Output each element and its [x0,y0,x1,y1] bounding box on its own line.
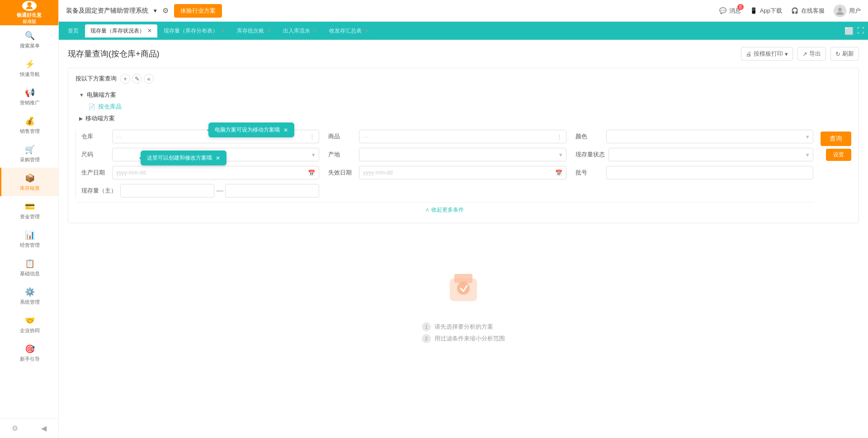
sidebar-item-system[interactable]: ⚙️ 系统管理 [0,282,58,310]
tab-batch-ledger[interactable]: 库存批次账 ✕ [231,24,277,38]
goods-input[interactable]: ··· ⋮ [359,130,566,143]
tab-batch-ledger-close[interactable]: ✕ [267,28,271,34]
collapse-sidebar-btn[interactable]: ◀ [41,424,47,433]
scheme-tooltip-text: 电脑方案可设为移动方案哦 [215,126,280,134]
color-field: 颜色 ▾ [576,130,813,143]
goods-label: 商品 [328,132,355,141]
user-action[interactable]: 用户 [834,5,861,17]
message-icon: 💬 [719,7,726,14]
stock-qty-max[interactable] [225,184,319,198]
filter-section: 按以下方案查询 + ✎ « 电脑方案可设为移动方案哦 ✕ 这里可以创建和修改方案… [68,68,859,223]
filter-header-actions: + ✎ « [120,74,154,84]
mobile-scheme-item[interactable]: ▶ 移动端方案 [75,113,851,124]
reset-btn[interactable]: 设置 [826,149,851,161]
stock-qty-range: — [120,184,319,198]
tab-inventory-dist[interactable]: 现存量（库存分布表） ✕ [158,24,231,38]
page-actions: 🖨 按模板打印 ▾ ↗ 导出 ↻ 刷新 [741,47,859,61]
stock-status-input[interactable]: ▾ [609,148,813,161]
empty-step-2: 2 用过滤条件来缩小分析范围 [422,333,505,344]
tab-bar-actions: ⬜ ⛶ [844,27,864,35]
sidebar-item-operations[interactable]: 📊 经营管理 [0,225,58,253]
tab-bar: 首页 现存量（库存状况表） ✕ 现存量（库存分布表） ✕ 库存批次账 ✕ 出入库… [59,22,868,40]
nav-label-marketing: 营销推广 [20,99,40,106]
phone-icon: 📱 [750,7,757,14]
sidebar-item-sales[interactable]: 💰 销售管理 [0,111,58,139]
edit-scheme-btn[interactable]: ✎ [132,74,142,84]
sidebar-item-marketing[interactable]: 📢 营销推广 [0,82,58,111]
sidebar-item-guide[interactable]: 🎯 新手引导 [0,339,58,367]
size-dropdown-icon: ▾ [312,151,315,158]
color-label: 颜色 [576,132,603,141]
batch-label: 批号 [576,169,603,177]
app-download-action[interactable]: 📱 App下载 [750,7,782,15]
sidebar-item-finance[interactable]: 💳 资金管理 [0,196,58,225]
sidebar-item-quicknav[interactable]: ⚡ 快速导航 [0,54,58,82]
tab-inventory-dist-close[interactable]: ✕ [221,28,225,34]
nav-label-system: 系统管理 [20,299,40,306]
tab-fullscreen-btn[interactable]: ⬜ [844,27,854,35]
add-scheme-btn[interactable]: + [120,74,130,84]
expire-date-placeholder: yyyy-mm-dd [363,170,392,176]
expire-date-input[interactable]: yyyy-mm-dd 📅 [359,166,566,179]
sidebar-item-inventory[interactable]: 📦 库存核算 [0,168,58,196]
stock-qty-min[interactable] [120,184,214,198]
content-inner: 现存量查询(按仓库+商品) 🖨 按模板打印 ▾ ↗ 导出 ↻ 刷新 [59,40,868,438]
color-input[interactable]: ▾ [606,130,813,143]
empty-illustration [441,265,486,310]
refresh-btn[interactable]: ↻ 刷新 [830,47,859,61]
desktop-scheme-child[interactable]: 📄 按仓库品 [85,101,851,113]
prod-date-field: 生产日期 yyyy-mm-dd 📅 [81,166,319,179]
stock-status-dropdown-icon: ▾ [806,151,809,158]
back-scheme-btn[interactable]: « [144,74,154,84]
messages-action[interactable]: 💬 6 消息 [719,7,741,15]
header-settings-btn[interactable]: ⚙ [162,6,169,15]
batch-input[interactable] [606,166,813,179]
query-btn[interactable]: 查询 [821,132,851,146]
system-dropdown[interactable]: ▾ [154,7,157,14]
scheme-tooltip-close[interactable]: ✕ [283,127,288,133]
print-btn[interactable]: 🖨 按模板打印 ▾ [741,47,793,61]
tab-inout-flow[interactable]: 出入库流水 ✕ [278,24,323,38]
tab-recv-summary-close[interactable]: ✕ [364,28,369,34]
nav-label-search: 搜索菜单 [20,42,40,49]
goods-dots: ··· [363,133,368,140]
origin-input[interactable]: ▾ [359,148,566,161]
export-icon: ↗ [802,51,807,57]
export-btn[interactable]: ↗ 导出 [797,47,826,61]
tab-expand-btn[interactable]: ⛶ [857,27,864,35]
desktop-child-label: 按仓库品 [98,103,122,111]
content-area: 现存量查询(按仓库+商品) 🖨 按模板打印 ▾ ↗ 导出 ↻ 刷新 [59,40,868,438]
sidebar-item-purchase[interactable]: 🛒 采购管理 [0,139,58,168]
prod-date-calendar-icon: 📅 [308,170,315,176]
expire-date-field: 失效日期 yyyy-mm-dd 📅 [328,166,566,179]
color-dropdown-icon: ▾ [806,133,809,140]
experience-btn[interactable]: 体验行业方案 [174,4,222,18]
sales-icon: 💰 [25,116,35,126]
tab-home[interactable]: 首页 [62,24,84,38]
scheme-tooltip: 电脑方案可设为移动方案哦 ✕ [208,122,294,137]
settings-footer-btn[interactable]: ⚙ [12,424,18,433]
refresh-label: 刷新 [842,50,854,58]
nav-label-quicknav: 快速导航 [20,71,40,78]
online-support-action[interactable]: 🎧 在线客服 [791,7,825,15]
svg-rect-3 [454,274,472,283]
guide-icon: 🎯 [25,344,35,354]
sidebar-item-search[interactable]: 🔍 搜索菜单 [0,25,58,54]
desktop-scheme-item[interactable]: ▼ 电脑端方案 [75,89,851,101]
tab-recv-summary[interactable]: 收发存汇总表 ✕ [324,24,374,38]
sidebar-item-basicinfo[interactable]: 📋 基础信息 [0,253,58,282]
warehouse-dots: ··· [116,133,121,140]
svg-point-4 [457,282,470,295]
tab-inventory-status-close[interactable]: ✕ [147,28,152,34]
goods-menu-icon: ⋮ [557,133,562,140]
system-icon: ⚙️ [25,287,35,297]
edit-tooltip-close[interactable]: ✕ [216,155,220,161]
prod-date-input[interactable]: yyyy-mm-dd 📅 [112,166,319,179]
tab-inout-flow-close[interactable]: ✕ [313,28,317,34]
tab-inventory-dist-label: 现存量（库存分布表） [164,27,218,35]
tab-inventory-status[interactable]: 现存量（库存状况表） ✕ [85,24,157,38]
sidebar-item-enterprise[interactable]: 🤝 企业协同 [0,310,58,339]
user-label: 用户 [849,7,861,15]
nav-label-inventory: 库存核算 [20,185,40,192]
collapse-bar[interactable]: ∧ 收起更多条件 [75,202,813,217]
